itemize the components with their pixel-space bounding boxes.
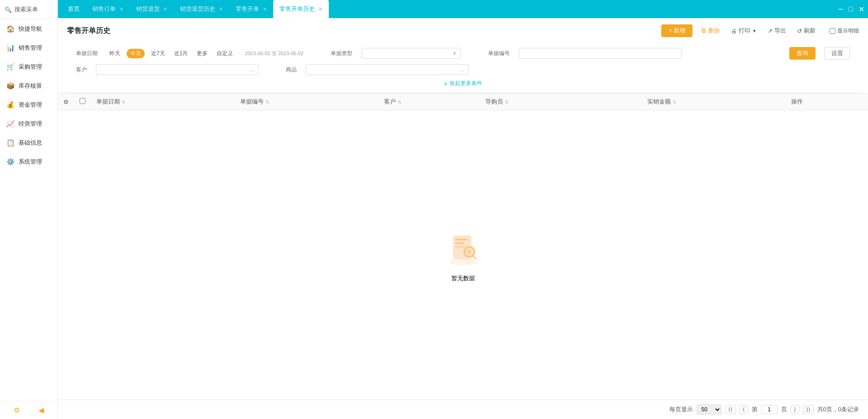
refresh-icon: ↺: [797, 28, 802, 34]
tab-home[interactable]: 首页: [62, 0, 86, 18]
tab-sales-order-label: 销售订单: [92, 5, 116, 13]
sidebar-item-label: 系统管理: [19, 158, 42, 166]
page-size-label: 每页显示: [669, 405, 693, 414]
tab-sales-return-history-label: 销货退货历史: [180, 5, 215, 13]
sidebar-item-label: 基础信息: [19, 139, 42, 147]
prev-page-button[interactable]: ⟨: [740, 405, 748, 414]
print-label: 打印: [739, 27, 750, 35]
collapse-filter-button[interactable]: ∧ 收起更多条件: [444, 80, 482, 87]
goods-input[interactable]: [310, 66, 459, 73]
col-amount-sort-icon: ⇅: [673, 99, 676, 104]
customer-select[interactable]: …: [96, 64, 259, 75]
svg-point-0: [449, 259, 477, 265]
money-icon: 💰: [6, 101, 15, 109]
content-area: 零售开单历史 + 新增 🗑 删除 🖨 打印 ▼ ↗ 导出 ↺: [58, 18, 868, 419]
svg-rect-4: [455, 246, 465, 248]
tab-retail-open[interactable]: 零售开单 ✕: [229, 0, 273, 18]
export-label: 导出: [774, 27, 786, 35]
select-all-checkbox[interactable]: [80, 98, 85, 104]
doc-type-input[interactable]: [365, 50, 452, 56]
col-customer-label: 客户: [384, 98, 396, 105]
table-header-spacer: [602, 94, 642, 110]
empty-illustration: [443, 227, 484, 268]
table-header-date[interactable]: 单据日期 ⇅: [91, 94, 235, 110]
query-button[interactable]: 查询: [789, 47, 816, 60]
tab-retail-history[interactable]: 零售开单历史 ✕: [273, 0, 329, 18]
last-page-button[interactable]: ⟩⟩: [803, 405, 814, 414]
svg-rect-3: [455, 242, 464, 244]
sidebar-item-label: 销售管理: [19, 44, 42, 52]
sidebar-item-inventory[interactable]: 📦 库存核算: [0, 76, 57, 95]
date-option-more[interactable]: 更多: [194, 49, 210, 58]
sidebar-item-finance[interactable]: 💰 资金管理: [0, 95, 57, 114]
display-detail-toggle[interactable]: 显示明细: [830, 27, 859, 35]
collapse-sidebar-icon[interactable]: ◀: [38, 406, 44, 414]
page-number-input[interactable]: [761, 405, 778, 414]
table-header-action: 操作: [786, 94, 868, 110]
col-guide-label: 导购员: [485, 98, 503, 105]
goods-ellipsis: …: [459, 66, 465, 73]
page-title-row: 零售开单历史 + 新增 🗑 删除 🖨 打印 ▼ ↗ 导出 ↺: [67, 24, 859, 37]
export-icon: ↗: [768, 28, 773, 34]
sidebar-item-sys-mgmt[interactable]: ⚙️ 系统管理: [0, 152, 57, 171]
sidebar-item-quick-nav[interactable]: 🏠 快捷导航: [0, 19, 57, 38]
date-option-1month[interactable]: 近1月: [171, 49, 191, 58]
add-button[interactable]: + 新增: [661, 24, 693, 37]
first-page-button[interactable]: ⟨⟨: [725, 405, 736, 414]
date-option-today[interactable]: 今天: [127, 49, 145, 58]
export-button[interactable]: ↗ 导出: [765, 25, 789, 37]
col-action-label: 操作: [791, 98, 803, 105]
goods-label: 商品: [286, 66, 297, 74]
tab-sales-return[interactable]: 销货退货 ✕: [130, 0, 174, 18]
doc-number-input[interactable]: [523, 50, 678, 56]
maximize-button[interactable]: □: [849, 5, 853, 14]
table-header-guide[interactable]: 导购员 ⇅: [480, 94, 602, 110]
table-header-row: ⚙ 单据日期 ⇅ 单据编号 ⇅: [58, 94, 868, 110]
col-amount-label: 实销金额: [647, 98, 671, 105]
print-button[interactable]: 🖨 打印 ▼: [728, 25, 759, 37]
close-tab-sales-order[interactable]: ✕: [119, 6, 123, 12]
close-tab-retail-history[interactable]: ✕: [318, 6, 323, 12]
date-option-7days[interactable]: 近7天: [148, 49, 168, 58]
close-tab-retail-open[interactable]: ✕: [263, 6, 267, 12]
column-settings-icon[interactable]: ⚙: [63, 99, 69, 105]
sidebar-item-purchase-mgmt[interactable]: 🛒 采购管理: [0, 57, 57, 76]
sidebar-item-basic-info[interactable]: 📋 基础信息: [0, 133, 57, 152]
settings-button[interactable]: 设置: [825, 47, 850, 60]
close-tab-sales-return-history[interactable]: ✕: [219, 6, 223, 12]
col-guide-sort-icon: ⇅: [505, 99, 508, 104]
date-option-yesterday[interactable]: 昨天: [107, 49, 123, 58]
sidebar-item-sales-mgmt[interactable]: 📊 销售管理: [0, 38, 57, 57]
display-detail-checkbox[interactable]: [830, 28, 835, 34]
customer-ellipsis: …: [249, 66, 255, 73]
goods-select[interactable]: …: [306, 64, 469, 75]
doc-type-select[interactable]: ▼: [361, 48, 461, 59]
sidebar-search[interactable]: 🔍 搜索采单: [0, 0, 57, 19]
toolbar-divider: [824, 27, 824, 34]
date-option-custom[interactable]: 自定义: [214, 49, 236, 58]
settings-icon[interactable]: ⚙: [14, 406, 20, 414]
table-header-amount[interactable]: 实销金额 ⇅: [642, 94, 786, 110]
table-header-number[interactable]: 单据编号 ⇅: [235, 94, 379, 110]
print-icon: 🖨: [731, 28, 737, 34]
minimize-button[interactable]: ─: [838, 5, 843, 14]
doc-type-dropdown-icon: ▼: [452, 51, 457, 56]
tab-sales-return-history[interactable]: 销货退货历史 ✕: [174, 0, 229, 18]
box-icon: 📦: [6, 82, 15, 90]
tab-sales-return-label: 销货退货: [136, 5, 160, 13]
date-range-display: 2023-06-02 至 2023-06-02: [245, 50, 304, 57]
page-size-select[interactable]: 50 10 20 100: [697, 405, 721, 414]
next-page-button[interactable]: ⟩: [791, 405, 799, 414]
col-date-label: 单据日期: [96, 98, 120, 105]
display-detail-label: 显示明细: [837, 27, 859, 35]
refresh-button[interactable]: ↺ 刷新: [794, 25, 818, 37]
close-tab-sales-return[interactable]: ✕: [163, 6, 167, 12]
sidebar-bottom: ⚙ ◀: [0, 401, 57, 419]
sidebar-item-ops-mgmt[interactable]: 📈 经营管理: [0, 114, 57, 133]
customer-input[interactable]: [100, 66, 249, 73]
page-header: 零售开单历史 + 新增 🗑 删除 🖨 打印 ▼ ↗ 导出 ↺: [58, 18, 868, 94]
tab-sales-order[interactable]: 销售订单 ✕: [86, 0, 130, 18]
table-header-customer[interactable]: 客户 ⇅: [379, 94, 480, 110]
close-button[interactable]: ✕: [859, 5, 864, 14]
delete-button[interactable]: 🗑 删除: [698, 25, 723, 37]
